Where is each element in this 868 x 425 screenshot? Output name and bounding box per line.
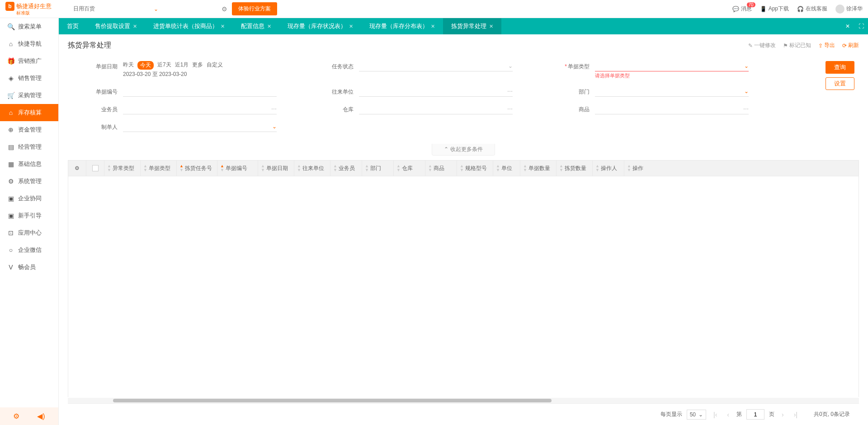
collapse-filter-button[interactable]: ⌃ 收起更多条件 xyxy=(432,144,495,156)
table-column-header[interactable]: 异常类型 xyxy=(104,161,141,176)
online-service-button[interactable]: 🎧 在线客服 xyxy=(797,5,827,13)
dept-select[interactable] xyxy=(595,86,749,97)
page-input[interactable] xyxy=(746,409,764,420)
tab-close-icon[interactable]: ✕ xyxy=(267,24,271,29)
industry-solution-button[interactable]: 体验行业方案 xyxy=(232,2,277,15)
salesman-input[interactable] xyxy=(123,104,277,114)
next-page-button[interactable]: › xyxy=(779,410,787,419)
column-label: 拣货数量 xyxy=(565,165,586,172)
sidebar-item[interactable]: 🛒采购管理 xyxy=(0,87,58,104)
date-quick-option[interactable]: 更多 xyxy=(192,61,203,70)
table-column-header[interactable]: 单据类型 xyxy=(141,161,177,176)
sidebar-item[interactable]: ⌂快捷导航 xyxy=(0,35,58,52)
first-page-button[interactable]: |‹ xyxy=(711,410,720,419)
export-button[interactable]: ⇪ 导出 xyxy=(818,42,835,49)
sidebar-item[interactable]: ⊕资金管理 xyxy=(0,121,58,138)
company-selector[interactable]: 日用百货 ⌄ xyxy=(73,5,217,13)
prev-page-button[interactable]: ‹ xyxy=(724,410,732,419)
sidebar-item[interactable]: ⚙系统管理 xyxy=(0,173,58,190)
refresh-button[interactable]: ⟳ 刷新 xyxy=(842,42,859,49)
tab[interactable]: 进货单统计表（按商品）✕ xyxy=(145,18,233,34)
horizontal-scrollbar[interactable] xyxy=(68,398,859,403)
column-label: 业务员 xyxy=(339,165,355,172)
sidebar-item[interactable]: V畅会员 xyxy=(0,259,58,276)
date-quick-option[interactable]: 近7天 xyxy=(157,61,171,70)
sidebar-item[interactable]: ⌂库存核算 xyxy=(0,104,58,121)
table-column-header[interactable]: 单据日期 xyxy=(258,161,294,176)
tab[interactable]: 售价提取设置✕ xyxy=(87,18,145,34)
warehouse-input[interactable] xyxy=(359,104,513,114)
filter-label-salesman: 业务员 xyxy=(86,104,118,113)
sidebar-item[interactable]: ◈销售管理 xyxy=(0,70,58,87)
sidebar-item[interactable]: ▣企业协同 xyxy=(0,190,58,207)
tab-close-all-icon[interactable]: ✕ xyxy=(841,18,854,34)
table-column-header[interactable]: 仓库 xyxy=(394,161,425,176)
last-page-button[interactable]: ›| xyxy=(791,410,800,419)
sidebar-item[interactable]: ▣新手引导 xyxy=(0,207,58,224)
date-quick-option[interactable]: 近1月 xyxy=(175,61,189,70)
mark-read-button[interactable]: ⚑ 标记已知 xyxy=(783,42,811,49)
task-status-select[interactable] xyxy=(359,61,513,71)
tab-close-icon[interactable]: ✕ xyxy=(431,24,435,29)
filter-label-date: 单据日期 xyxy=(86,61,118,71)
sidebar-icon: ▣ xyxy=(7,195,14,202)
tab[interactable]: 首页 xyxy=(59,18,87,34)
sidebar-item[interactable]: 🔍搜索菜单 xyxy=(0,18,58,35)
sidebar-item[interactable]: ▦基础信息 xyxy=(0,156,58,173)
filter-settings-button[interactable]: 设置 xyxy=(826,77,854,90)
date-quick-option[interactable]: 昨天 xyxy=(123,61,134,70)
partner-input[interactable] xyxy=(359,86,513,97)
page-actions: ✎ 一键修改 ⚑ 标记已知 ⇪ 导出 ⟳ 刷新 xyxy=(748,42,859,49)
doc-type-error: 请选择单据类型 xyxy=(595,72,749,79)
sidebar-item-label: 应用中心 xyxy=(18,229,42,237)
sidebar-item-label: 销售管理 xyxy=(18,74,42,82)
sort-icon xyxy=(220,164,224,172)
date-quick-option[interactable]: 今天 xyxy=(137,61,154,70)
user-menu[interactable]: 徐泽华 xyxy=(835,5,863,14)
table-column-header[interactable]: 操作人 xyxy=(593,161,624,176)
batch-edit-button[interactable]: ✎ 一键修改 xyxy=(748,42,776,49)
table-settings-button[interactable]: ⚙ xyxy=(68,161,86,176)
table-select-all[interactable] xyxy=(86,161,104,176)
table-column-header[interactable]: 部门 xyxy=(362,161,394,176)
table-column-header[interactable]: 规格型号 xyxy=(457,161,493,176)
doc-no-input[interactable] xyxy=(123,86,277,97)
table-column-header[interactable]: 拣货任务号 xyxy=(177,161,217,176)
messages-button[interactable]: 💬 消息 70 xyxy=(732,5,752,13)
tab-close-icon[interactable]: ✕ xyxy=(349,24,353,29)
scroll-thumb[interactable] xyxy=(113,399,552,402)
table-column-header[interactable]: 单位 xyxy=(493,161,520,176)
sidebar-item[interactable]: 🎁营销推广 xyxy=(0,52,58,70)
table-column-header[interactable]: 往来单位 xyxy=(294,161,330,176)
column-label: 拣货任务号 xyxy=(185,165,212,172)
tab[interactable]: 现存量（库存分布表）✕ xyxy=(361,18,443,34)
tab[interactable]: 现存量（库存状况表）✕ xyxy=(279,18,361,34)
tab[interactable]: 配置信息✕ xyxy=(233,18,279,34)
query-button[interactable]: 查询 xyxy=(826,61,854,74)
tab-fullscreen-icon[interactable]: ⛶ xyxy=(854,18,868,34)
product-input[interactable] xyxy=(595,104,749,114)
date-quick-option[interactable]: 自定义 xyxy=(207,61,223,70)
tab-close-icon[interactable]: ✕ xyxy=(221,24,225,29)
sidebar-collapse-icon[interactable]: ◀) xyxy=(37,412,45,420)
sidebar-item[interactable]: ○企业微信 xyxy=(0,241,58,259)
settings-icon[interactable]: ⚙ xyxy=(222,5,227,13)
sidebar-item-label: 资金管理 xyxy=(18,126,42,134)
tab-close-icon[interactable]: ✕ xyxy=(489,24,493,29)
page-size-select[interactable]: 50 ⌄ xyxy=(687,410,706,420)
creator-select[interactable] xyxy=(123,122,277,132)
tab[interactable]: 拣货异常处理✕ xyxy=(443,18,501,34)
sidebar-item[interactable]: ⊡应用中心 xyxy=(0,224,58,241)
table-column-header[interactable]: 业务员 xyxy=(330,161,362,176)
sidebar-item[interactable]: ▤经营管理 xyxy=(0,138,58,156)
sidebar-settings-icon[interactable]: ⚙ xyxy=(13,412,19,420)
table-column-header[interactable]: 操作 xyxy=(624,161,651,176)
table-column-header[interactable]: 拣货数量 xyxy=(557,161,593,176)
tab-close-icon[interactable]: ✕ xyxy=(133,24,137,29)
table-column-header[interactable]: 单据编号 xyxy=(217,161,258,176)
app-download-button[interactable]: 📱 App下载 xyxy=(760,5,789,13)
table-column-header[interactable]: 单据数量 xyxy=(520,161,557,176)
sort-icon xyxy=(559,164,563,172)
doc-type-select[interactable] xyxy=(595,61,749,71)
table-column-header[interactable]: 商品 xyxy=(425,161,457,176)
